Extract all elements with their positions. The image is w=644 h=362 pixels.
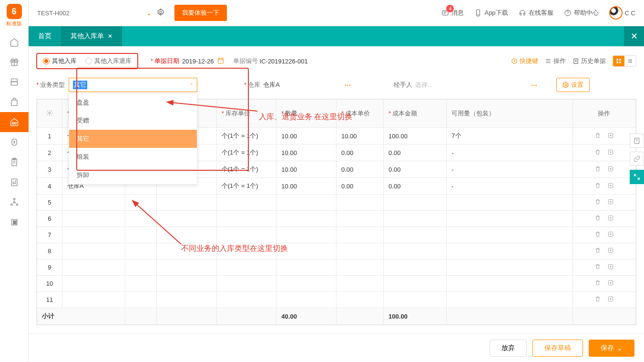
- float-expand-icon[interactable]: [630, 170, 644, 184]
- cell-scan[interactable]: [125, 276, 157, 292]
- dropdown-option[interactable]: 盘盈: [69, 93, 197, 112]
- table-row[interactable]: 8: [37, 243, 636, 259]
- cell-unit[interactable]: [216, 243, 276, 259]
- cell-unit[interactable]: 个(1个 = 1个): [216, 178, 276, 195]
- gear-icon[interactable]: [156, 8, 165, 18]
- save-draft-button[interactable]: 保存草稿: [532, 340, 583, 357]
- dropdown-option[interactable]: 拆卸: [69, 166, 197, 184]
- cell-scan[interactable]: [125, 292, 157, 308]
- cell-unit[interactable]: [216, 211, 276, 227]
- delete-row-icon[interactable]: [594, 215, 602, 222]
- nav-gift-icon[interactable]: [0, 52, 29, 72]
- cell-unit[interactable]: [216, 292, 276, 308]
- handler-lookup-icon[interactable]: ⋯: [531, 82, 538, 89]
- cell-qty[interactable]: [276, 292, 337, 308]
- cell-price[interactable]: 0.00: [336, 145, 383, 161]
- dropdown-option[interactable]: 受赠: [69, 112, 197, 130]
- org-selector[interactable]: TEST-H002 ⌄: [37, 10, 156, 17]
- cell-unit[interactable]: 个(1个 = 1个): [216, 145, 276, 161]
- cell-spec[interactable]: [157, 195, 217, 211]
- nav-share-icon[interactable]: [0, 192, 29, 212]
- table-row[interactable]: 9: [37, 259, 636, 276]
- nav-warehouse-icon[interactable]: [0, 112, 29, 132]
- cell-price[interactable]: [336, 227, 383, 243]
- add-row-icon[interactable]: [607, 215, 614, 222]
- cell-qty[interactable]: [276, 243, 337, 259]
- dropdown-option[interactable]: 组装: [69, 148, 197, 166]
- cell-price[interactable]: [336, 292, 383, 308]
- cell-warehouse[interactable]: [62, 211, 125, 227]
- cell-scan[interactable]: [125, 243, 157, 259]
- delete-row-icon[interactable]: [594, 149, 602, 156]
- date-value[interactable]: 2019-12-26: [182, 58, 214, 65]
- cell-qty[interactable]: [276, 276, 337, 292]
- nav-new-icon[interactable]: 新: [0, 212, 29, 232]
- cell-amount[interactable]: [384, 227, 447, 243]
- operate-link[interactable]: 操作: [545, 57, 566, 65]
- float-note-icon[interactable]: [630, 134, 644, 148]
- cell-warehouse[interactable]: [62, 243, 125, 259]
- cell-amount[interactable]: [384, 211, 447, 227]
- add-row-icon[interactable]: [607, 149, 614, 156]
- cell-amount[interactable]: [384, 195, 447, 211]
- cell-qty[interactable]: [276, 211, 337, 227]
- cell-spec[interactable]: [157, 292, 217, 308]
- cell-price[interactable]: [336, 243, 383, 259]
- add-row-icon[interactable]: [607, 231, 614, 238]
- table-row[interactable]: 5: [37, 195, 636, 211]
- cell-spec[interactable]: [157, 259, 217, 276]
- cell-warehouse[interactable]: [62, 292, 125, 308]
- cell-spec[interactable]: [157, 227, 217, 243]
- cell-qty[interactable]: [276, 259, 337, 276]
- warehouse-lookup-icon[interactable]: ⋯: [345, 82, 352, 89]
- cell-qty[interactable]: 10.00: [276, 161, 337, 178]
- delete-row-icon[interactable]: [594, 132, 602, 140]
- user-menu[interactable]: C C: [609, 6, 635, 20]
- cell-qty[interactable]: 10.00: [276, 145, 337, 161]
- radio-return[interactable]: 其他入库退库: [85, 57, 132, 65]
- delete-row-icon[interactable]: [594, 296, 602, 303]
- delete-row-icon[interactable]: [594, 198, 602, 206]
- cell-unit[interactable]: 个(1个 = 1个): [216, 161, 276, 178]
- cell-qty[interactable]: [276, 195, 337, 211]
- cell-unit[interactable]: [216, 276, 276, 292]
- close-all-tabs[interactable]: ✕: [624, 26, 644, 46]
- nav-home-icon[interactable]: [0, 32, 29, 52]
- cell-amount[interactable]: [384, 276, 447, 292]
- float-link-icon[interactable]: [630, 152, 644, 166]
- cell-amount[interactable]: 0.00: [384, 178, 447, 195]
- cell-scan[interactable]: [125, 211, 157, 227]
- handler-value[interactable]: 选择...: [415, 81, 433, 89]
- calendar-icon[interactable]: [217, 57, 225, 66]
- table-row[interactable]: 10: [37, 276, 636, 292]
- cell-qty[interactable]: 10.00: [276, 178, 337, 195]
- cell-spec[interactable]: [157, 276, 217, 292]
- cell-unit[interactable]: [216, 195, 276, 211]
- discard-button[interactable]: 放弃: [490, 340, 527, 357]
- cell-price[interactable]: 0.00: [336, 161, 383, 178]
- add-row-icon[interactable]: [607, 296, 614, 303]
- cell-price[interactable]: [336, 276, 383, 292]
- service-link[interactable]: 在线客服: [519, 9, 553, 17]
- cell-warehouse[interactable]: [62, 195, 125, 211]
- tab-other-inbound[interactable]: 其他入库单 ✕: [61, 26, 122, 46]
- close-icon[interactable]: ✕: [108, 33, 112, 40]
- add-row-icon[interactable]: [607, 279, 614, 287]
- table-row[interactable]: 11: [37, 292, 636, 308]
- delete-row-icon[interactable]: [594, 231, 602, 238]
- cell-scan[interactable]: [125, 259, 157, 276]
- cell-spec[interactable]: [157, 211, 217, 227]
- cell-scan[interactable]: [125, 227, 157, 243]
- cell-amount[interactable]: [384, 243, 447, 259]
- cell-unit[interactable]: [216, 227, 276, 243]
- add-row-icon[interactable]: [607, 198, 614, 206]
- table-row[interactable]: 7: [37, 227, 636, 243]
- cell-qty[interactable]: 10.00: [276, 128, 337, 145]
- nav-bag-icon[interactable]: [0, 92, 29, 112]
- help-link[interactable]: 帮助中心: [564, 9, 599, 17]
- cell-price[interactable]: [336, 259, 383, 276]
- cell-amount[interactable]: 0.00: [384, 161, 447, 178]
- cell-warehouse[interactable]: [62, 276, 125, 292]
- biz-type-select[interactable]: 其它 ⌄ 盘盈 受赠 其它 组装 拆卸: [69, 78, 197, 92]
- nav-money-icon[interactable]: [0, 132, 29, 152]
